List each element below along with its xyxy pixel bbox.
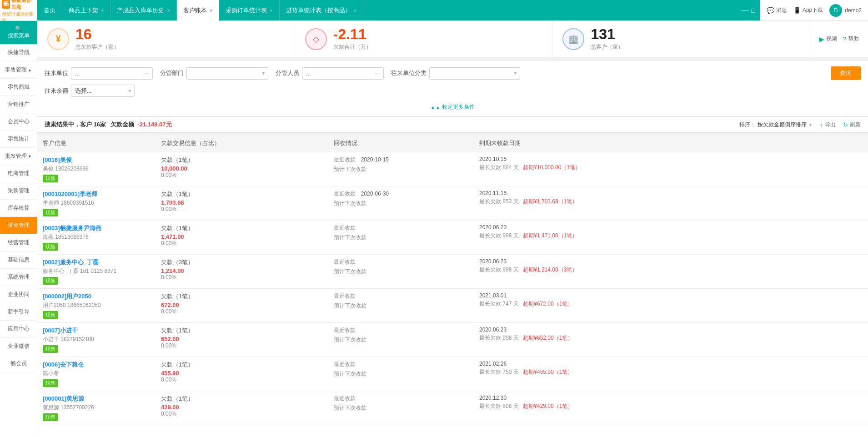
debt-info-label-4: 欠款（1笔） <box>161 292 323 301</box>
filter-dept: 分管部门 <box>160 67 268 80</box>
overdue-amount-6[interactable]: 超期¥455.90（1笔） <box>523 369 573 375</box>
sidebar-item-corp-wechat[interactable]: 企业微信 <box>0 338 37 355</box>
stats-right-actions: ▶ 视频 ? 帮助 <box>810 21 868 57</box>
debt-amount-4[interactable]: 672.00 <box>161 301 323 308</box>
cell-debt-info-5: 欠款（1笔） 652.00 0.00% <box>156 323 328 357</box>
unit-category-select-wrapper[interactable] <box>429 67 520 80</box>
sidebar-item-retail-mall[interactable]: 零售商城 <box>0 79 37 96</box>
export-btn[interactable]: ↑ 导出 <box>820 121 836 129</box>
sidebar-item-newbie[interactable]: 新手引导 <box>0 303 37 321</box>
tab-close-produce-history[interactable]: × <box>167 8 170 13</box>
sidebar-search[interactable]: 🔍 搜索菜单 <box>0 21 37 44</box>
from-unit-input[interactable] <box>75 70 144 77</box>
table-row: [0006]去下粮仓 陈小希 现售 欠款（1笔） 455.90 0.00% 最近… <box>37 357 868 391</box>
from-unit-dots[interactable]: ··· <box>144 70 149 76</box>
tab-produce-history[interactable]: 产成品入库单历史 × <box>110 0 176 21</box>
sidebar-item-retail-mgmt[interactable]: 零售管理 ▲ <box>0 61 37 79</box>
last-collection-label-3: 最近收款 <box>334 259 356 265</box>
sidebar-item-nav[interactable]: 快捷导航 <box>0 44 37 61</box>
debt-amount-7[interactable]: 429.00 <box>161 404 323 411</box>
sidebar-item-inventory[interactable]: 库存核算 <box>0 200 37 217</box>
sidebar-item-app-center[interactable]: 应用中心 <box>0 321 37 338</box>
sidebar-item-finance[interactable]: 资金管理 <box>0 217 37 234</box>
search-button[interactable]: 查询 <box>831 66 861 80</box>
user-avatar-btn[interactable]: D demo2 <box>829 4 862 17</box>
person-input-wrapper[interactable]: ··· <box>302 67 384 80</box>
customer-name-4[interactable]: [000002]用户2050 <box>43 292 150 301</box>
customer-badge-2: 现售 <box>43 243 58 251</box>
video-icon: ▶ <box>819 35 824 43</box>
overdue-amount-4[interactable]: 超期¥672.00（1笔） <box>523 301 573 307</box>
maximize-icon[interactable]: □ <box>751 7 755 14</box>
customer-name-3[interactable]: [0002]服务中心_丁磊 <box>43 258 150 266</box>
debt-percent-3: 0.00% <box>161 274 323 281</box>
balance-select[interactable]: 选择... <box>71 85 135 97</box>
sidebar-item-batch-mgmt[interactable]: 批发管理 ▼ <box>0 148 37 165</box>
tab-close-stock-stats[interactable]: × <box>354 8 356 13</box>
overdue-amount-7[interactable]: 超期¥429.00（1笔） <box>523 403 573 409</box>
overdue-amount-5[interactable]: 超期¥652.00（1笔） <box>523 335 573 341</box>
sidebar-item-member[interactable]: 会员中心 <box>0 113 37 131</box>
collapse-btn[interactable]: ▲▲ 收起更多条件 <box>45 101 861 113</box>
debt-amount-0[interactable]: 10,000.00 <box>161 165 323 172</box>
cell-debt-info-1: 欠款（1笔） 1,703.68 0.00% <box>156 186 328 221</box>
minimize-icon[interactable]: — <box>741 6 748 15</box>
sidebar-item-basic-info[interactable]: 基础信息 <box>0 251 37 269</box>
cell-customer-info-4: [000002]用户2050 用户2050 18665062050 现售 <box>37 289 156 323</box>
tab-close-products-off[interactable]: × <box>101 8 104 13</box>
tab-stock-stats[interactable]: 进货单统计表（按商品） × <box>280 0 363 21</box>
overdue-amount-1[interactable]: 超期¥1,703.68（1笔） <box>523 198 577 205</box>
customer-name-2[interactable]: [0003]畅捷服务尹海燕 <box>43 224 150 232</box>
download-icon: 📱 <box>793 7 801 14</box>
tab-close-purchase-order[interactable]: × <box>270 8 272 13</box>
sidebar-item-vip-member[interactable]: 畅会员 <box>0 355 37 372</box>
view-video-btn[interactable]: ▶ 视频 <box>819 35 837 43</box>
stat-debt-customers: ¥ 16 总欠款客户（家） <box>37 21 295 57</box>
customer-name-6[interactable]: [0006]去下粮仓 <box>43 361 150 369</box>
balance-select-wrapper[interactable]: 选择... <box>71 85 135 97</box>
due-date-7: 2020.12.30 <box>479 395 863 401</box>
customer-name-1[interactable]: [0001020001]李老师 <box>43 190 150 198</box>
sidebar-item-retail-stats[interactable]: 零售统计 <box>0 131 37 148</box>
sidebar-item-enterprise[interactable]: 企业协同 <box>0 286 37 303</box>
customer-name-5[interactable]: [0007]小进干 <box>43 326 150 335</box>
app-download-btn[interactable]: 📱 App下载 <box>793 6 823 14</box>
sort-arrow-icon[interactable]: ▼ <box>808 122 813 127</box>
message-btn[interactable]: 💬 消息 <box>767 6 787 14</box>
dept-select[interactable] <box>186 67 268 80</box>
help-btn[interactable]: ? 帮助 <box>843 35 859 43</box>
table-row: [0016]吴俊 吴俊 13026203696 现售 欠款（1笔） 10,000… <box>37 152 868 186</box>
overdue-amount-0[interactable]: 超期¥10,000.00（1笔） <box>523 164 581 171</box>
last-collection-date-0: 2020-10-15 <box>361 156 389 163</box>
debt-amount-5[interactable]: 652.00 <box>161 336 323 342</box>
tab-products-off[interactable]: 商品上下架 × <box>62 0 110 21</box>
customer-name-7[interactable]: [000001]黄思源 <box>43 395 150 403</box>
tab-close-customer-account[interactable]: × <box>210 8 212 13</box>
due-date-5: 2020.06.23 <box>479 326 863 333</box>
sidebar-item-operations[interactable]: 经营管理 <box>0 234 37 251</box>
overdue-amount-2[interactable]: 超期¥1,471.00（1笔） <box>523 232 577 239</box>
debt-amount-3[interactable]: 1,214.00 <box>161 267 323 274</box>
dept-label: 分管部门 <box>160 69 184 77</box>
sidebar-item-system[interactable]: 系统管理 <box>0 269 37 286</box>
debt-amount-2[interactable]: 1,471.00 <box>161 233 323 240</box>
customer-name-0[interactable]: [0016]吴俊 <box>43 156 150 164</box>
overdue-amount-3[interactable]: 超期¥1,214.00（3笔） <box>523 266 577 273</box>
dept-select-wrapper[interactable] <box>186 67 268 80</box>
sidebar-item-purchase[interactable]: 采购管理 <box>0 182 37 200</box>
refresh-btn[interactable]: ↻ 刷新 <box>843 121 861 129</box>
person-input[interactable] <box>306 70 375 77</box>
debt-amount-1[interactable]: 1,703.68 <box>161 199 323 206</box>
cell-customer-info-2: [0003]畅捷服务尹海燕 海燕 18513066976 现售 <box>37 221 156 255</box>
filter-person: 分管人员 ··· <box>276 67 384 80</box>
sidebar-item-ecommerce[interactable]: 电商管理 <box>0 165 37 182</box>
tab-customer-account[interactable]: 客户账本 × <box>177 0 219 21</box>
debt-amount-6[interactable]: 455.90 <box>161 370 323 377</box>
from-unit-input-wrapper[interactable]: ··· <box>71 67 153 80</box>
customer-badge-3: 现售 <box>43 277 58 285</box>
tab-home[interactable]: 首页 <box>37 0 62 21</box>
unit-category-select[interactable] <box>429 67 520 80</box>
tab-purchase-order[interactable]: 采购订单统计表 × <box>219 0 279 21</box>
filter-from-unit: 往来单位 ··· <box>45 67 153 80</box>
sidebar-item-marketing[interactable]: 营销推广 <box>0 96 37 113</box>
